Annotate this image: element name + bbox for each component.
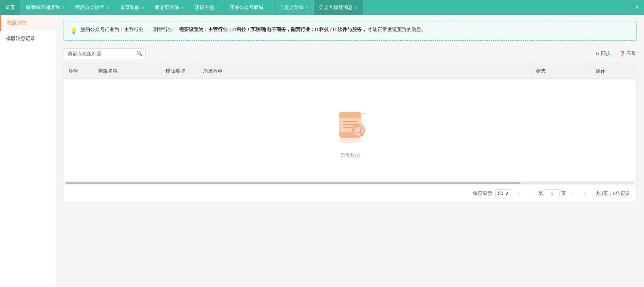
close-tab-icon[interactable]: × — [62, 5, 64, 10]
close-tab-icon[interactable]: × — [266, 5, 268, 10]
sync-icon: ↻ — [595, 51, 600, 57]
sidebar-item-label: 模版消息 — [7, 20, 27, 25]
nav-tab-label: 自定义菜单 — [279, 4, 303, 11]
scrollbar-track — [65, 182, 635, 184]
top-nav: 首页微商城店铺设置×商品分类设置×首页装修×商品页装修×店铺主题×开通公众号商城… — [0, 0, 644, 15]
col-header-content: 消息内容 — [198, 64, 531, 78]
last-page-button[interactable]: ⊳ — [581, 189, 590, 198]
sidebar-item[interactable]: 模版消息记录 — [0, 31, 56, 46]
nav-tab-label: 店铺主题 — [195, 4, 214, 11]
col-header-type: 模版类型 — [161, 64, 198, 78]
help-button[interactable]: ❓ 帮助 — [619, 50, 637, 57]
nav-tab-公众号模版消息[interactable]: 公众号模版消息× — [314, 0, 363, 15]
empty-state: ✦ ✦ 暂无数据 — [64, 79, 636, 181]
page-input-wrapper: 第 页 — [538, 189, 566, 197]
page-number-input[interactable] — [545, 189, 560, 197]
nav-tab-微商城店铺设置[interactable]: 微商城店铺设置× — [21, 0, 70, 15]
divider: | — [614, 51, 616, 57]
search-input-wrapper: 🔍 — [64, 48, 146, 59]
nav-tab-店铺主题[interactable]: 店铺主题× — [189, 0, 224, 15]
page-label: 第 — [538, 190, 543, 197]
nav-tab-首页装修[interactable]: 首页装修× — [115, 0, 150, 15]
lightbulb-icon: 💡 — [70, 26, 77, 36]
page-size-value: 50 — [498, 190, 503, 196]
page-size-select[interactable]: 50 ∨ — [495, 189, 511, 197]
search-right: ↻ 同步 | ❓ 帮助 — [595, 50, 637, 57]
nav-tab-商品页装修[interactable]: 商品页装修× — [150, 0, 189, 15]
help-icon: ❓ — [619, 51, 625, 57]
sidebar-item-label: 模版消息记录 — [6, 36, 35, 41]
sidebar: 模版消息模版消息记录 — [0, 15, 56, 287]
nav-tab-首页[interactable]: 首页 — [0, 0, 21, 15]
nav-tab-label: 公众号模版消息 — [319, 4, 353, 11]
empty-illustration: ✦ ✦ — [328, 101, 373, 146]
chevron-down-icon: ∨ — [505, 190, 509, 196]
col-header-name: 模版名称 — [94, 64, 161, 78]
table-header: 序号 模版名称 模版类型 消息内容 状态 操作 — [64, 64, 636, 79]
notice-box: 💡 您的公众号行业为：主营行业：，副营行业： 需要设置为：主营行业：IT科技 /… — [64, 21, 637, 41]
sidebar-item[interactable]: 模版消息 — [0, 15, 56, 31]
close-all-button[interactable]: × — [630, 0, 644, 15]
search-bar: 🔍 ↻ 同步 | ❓ 帮助 — [64, 48, 637, 59]
svg-point-0 — [339, 137, 361, 143]
close-tab-icon[interactable]: × — [107, 5, 109, 10]
main-content: 💡 您的公众号行业为：主营行业：，副营行业： 需要设置为：主营行业：IT科技 /… — [56, 15, 644, 287]
notice-highlight: 需要设置为：主营行业：IT科技 / 互联网|电子商务，副营行业：IT科技 / I… — [179, 27, 367, 32]
close-tab-icon[interactable]: × — [142, 5, 144, 10]
nav-tab-label: 微商城店铺设置 — [26, 4, 60, 11]
close-tab-icon[interactable]: × — [355, 5, 357, 10]
main-layout: 模版消息模版消息记录 💡 您的公众号行业为：主营行业：，副营行业： 需要设置为：… — [0, 15, 644, 287]
close-tab-icon[interactable]: × — [216, 5, 219, 10]
nav-tab-label: 商品页装修 — [155, 4, 179, 11]
search-input[interactable] — [64, 48, 146, 59]
search-left: 🔍 — [64, 48, 146, 59]
nav-tab-开通公众号商城[interactable]: 开通公众号商城× — [224, 0, 274, 15]
col-header-action: 操作 — [591, 64, 636, 78]
empty-text: 暂无数据 — [341, 152, 360, 159]
col-header-status: 状态 — [531, 64, 591, 78]
nav-tab-label: 首页 — [5, 4, 15, 11]
close-tab-icon[interactable]: × — [306, 5, 308, 10]
svg-text:✦: ✦ — [362, 111, 366, 116]
notice-text: 您的公众号行业为：主营行业：，副营行业： 需要设置为：主营行业：IT科技 / 互… — [80, 26, 426, 34]
page-size-label: 每页显示 — [473, 190, 492, 197]
page-total: 共0页，0条记录 — [596, 190, 630, 197]
scrollbar-area[interactable] — [64, 181, 636, 184]
scrollbar-thumb — [65, 182, 521, 184]
col-header-index: 序号 — [64, 64, 94, 78]
data-table: 序号 模版名称 模版类型 消息内容 状态 操作 — [64, 64, 637, 203]
nav-tab-label: 开通公众号商城 — [229, 4, 264, 11]
nav-tab-自定义菜单[interactable]: 自定义菜单× — [274, 0, 314, 15]
search-icon[interactable]: 🔍 — [136, 51, 143, 57]
prev-page-button[interactable]: ‹ — [526, 189, 535, 198]
next-page-button[interactable]: › — [569, 189, 578, 198]
nav-tab-label: 商品分类设置 — [75, 4, 104, 11]
nav-tab-商品分类设置[interactable]: 商品分类设置× — [70, 0, 114, 15]
nav-tab-label: 首页装修 — [120, 4, 139, 11]
sync-button[interactable]: ↻ 同步 — [595, 50, 611, 57]
pagination: 每页显示 50 ∨ ⊲ ‹ 第 页 › ⊳ 共0页，0条记录 — [64, 184, 636, 202]
close-tab-icon[interactable]: × — [181, 5, 184, 10]
first-page-button[interactable]: ⊲ — [514, 189, 523, 198]
page-unit: 页 — [561, 190, 566, 197]
svg-text:✦: ✦ — [365, 119, 368, 122]
